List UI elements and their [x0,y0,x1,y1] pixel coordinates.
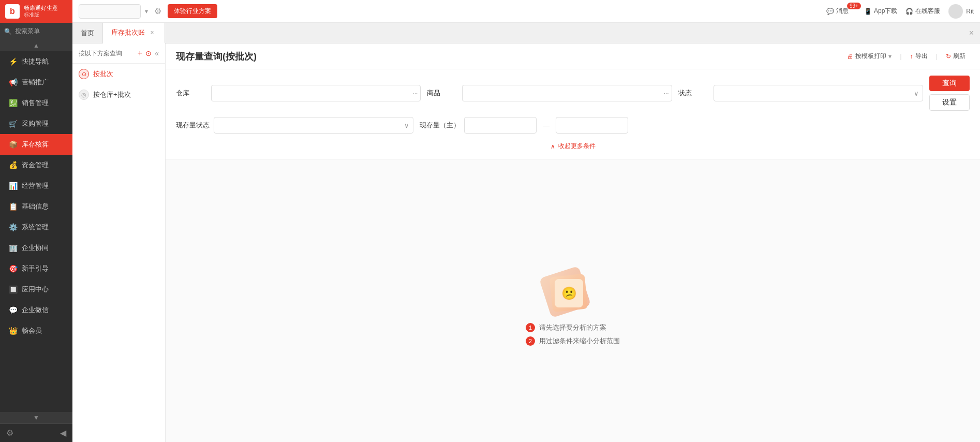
operation-icon: 📊 [8,181,18,190]
scroll-up-btn[interactable]: ▲ [0,40,72,51]
filter-warehouse: 仓库 ··· [176,85,421,101]
sidebar-item-system[interactable]: ⚙️ 系统管理 [0,217,72,238]
sidebar-item-purchase[interactable]: 🛒 采购管理 [0,113,72,134]
sidebar-item-label: 经营管理 [22,181,49,190]
username-label: Rit [966,8,974,15]
settings-btn[interactable]: 设置 [929,94,970,111]
topbar-dropdown-arrow[interactable]: ▾ [145,8,148,15]
sidebar-item-marketing[interactable]: 📢 营销推广 [0,72,72,93]
inventory-qty-min[interactable] [464,117,537,134]
page-title: 现存量查询(按批次) [176,50,257,63]
message-icon: 💬 [826,8,834,15]
page-content: 按以下方案查询 + ⊙ « ⊙ 按批次 ◎ 按仓库+批次 现存量查询(按批次) [72,43,980,442]
sidebar-footer: ⚙ ◀ [0,423,72,442]
sidebar-item-basic[interactable]: 📋 基础信息 [0,196,72,217]
goods-input[interactable] [462,85,672,101]
status-select[interactable] [714,85,923,101]
print-template-btn[interactable]: 🖨 按模板打印 ▾ [843,50,896,63]
sidebar-item-label: 企业协同 [22,243,49,253]
tip1-text: 请先选择要分析的方案 [539,323,606,332]
sidebar-nav: ⚡ 快捷导航 📢 营销推广 💹 销售管理 🛒 采购管理 📦 库存核算 💰 资金管… [0,51,72,412]
sidebar-header: b 畅康通好生意 标准版 [0,0,72,23]
status-label: 状态 [678,89,709,98]
finance-icon: 💰 [8,160,18,170]
service-icon: 🎧 [905,8,913,15]
inventory-status-select[interactable] [214,117,413,134]
sidebar-item-label: 企业微信 [22,305,49,315]
tab-home[interactable]: 首页 [72,23,103,43]
user-menu[interactable]: Rit [948,4,974,19]
sidebar-item-label: 新手引导 [22,264,49,273]
trial-btn[interactable]: 体验行业方案 [168,4,217,18]
warehouse-input-wrapper: ··· [211,85,421,101]
sidebar-item-finance[interactable]: 💰 资金管理 [0,155,72,175]
status-arrow: ∨ [914,90,919,97]
empty-state: 😕 1 请先选择要分析的方案 2 用过滤条件来缩小分析范围 [526,256,620,346]
goods-label: 商品 [427,89,458,98]
query-btn[interactable]: 查询 [929,76,970,91]
export-icon: ↑ [910,53,913,60]
collapse-panel-btn[interactable]: « [155,49,159,57]
left-panel-header: 按以下方案查询 + ⊙ « [72,43,165,64]
sidebar-item-newguide[interactable]: 🎯 新手引导 [0,258,72,279]
filter-row-1: 仓库 ··· 商品 ··· 状态 [176,76,970,111]
marketing-icon: 📢 [8,78,18,87]
topbar-search-area [79,4,141,19]
tab-batch-inventory[interactable]: 库存批次账 × [103,23,165,43]
tip2-num: 2 [526,336,535,346]
scheme-item-warehouse-batch[interactable]: ◎ 按仓库+批次 [72,84,165,105]
print-dropdown-arrow[interactable]: ▾ [888,53,892,60]
content-area: 😕 1 请先选择要分析的方案 2 用过滤条件来缩小分析范围 [166,159,980,442]
sidebar-item-enterprise[interactable]: 🏢 企业协同 [0,238,72,258]
online-service-btn[interactable]: 🎧 在线客服 [905,7,940,16]
tip1-num: 1 [526,323,535,332]
empty-tips: 1 请先选择要分析的方案 2 用过滤条件来缩小分析范围 [526,323,620,346]
sidebar-search[interactable]: 🔍 搜索菜单 [0,23,72,40]
empty-illustration: 😕 [542,256,604,313]
enterprise-icon: 🏢 [8,243,18,253]
filter-goods: 商品 ··· [427,85,672,101]
sidebar-item-inventory[interactable]: 📦 库存核算 [0,134,72,155]
warehouse-input[interactable] [211,85,421,101]
add-scheme-btn[interactable]: + [138,49,142,58]
sidebar-item-wechat[interactable]: 💬 企业微信 [0,300,72,320]
warehouse-more-btn[interactable]: ··· [412,90,418,97]
scheme-warehouse-icon: ◎ [79,90,89,100]
scheme-batch-label: 按批次 [93,69,113,79]
left-panel-actions: + ⊙ « [138,49,159,58]
settings-footer-icon[interactable]: ⚙ [6,428,13,438]
sidebar-item-label: 基础信息 [22,202,49,211]
app-version: 标准版 [24,11,58,19]
topbar-search-input[interactable] [79,4,141,19]
search-icon: 🔍 [4,28,12,35]
tab-close-btn[interactable]: × [148,28,156,37]
sidebar-item-member[interactable]: 👑 畅会员 [0,320,72,341]
close-all-tabs-btn[interactable]: × [963,28,980,38]
app-download-btn[interactable]: 📱 App下载 [864,7,897,16]
sidebar-item-label: 销售管理 [22,98,49,108]
scroll-down-btn[interactable]: ▼ [0,412,72,423]
inventory-qty-max[interactable] [556,117,628,134]
scheme-item-batch[interactable]: ⊙ 按批次 [72,64,165,84]
page-header: 现存量查询(按批次) 🖨 按模板打印 ▾ | ↑ 导出 | ↻ [166,43,980,69]
refresh-btn[interactable]: ↻ 刷新 [942,50,970,63]
empty-tip-2: 2 用过滤条件来缩小分析范围 [526,336,620,346]
sidebar-item-label: 库存核算 [22,140,49,149]
message-btn[interactable]: 💬 消息 99+ [826,7,856,16]
topbar-gear-icon[interactable]: ⚙ [152,6,164,16]
collapse-sidebar-icon[interactable]: ◀ [60,428,66,438]
inv-status-arrow: ∨ [404,122,409,129]
export-btn[interactable]: ↑ 导出 [906,50,932,63]
sidebar-item-operation[interactable]: 📊 经营管理 [0,175,72,196]
quicknav-icon: ⚡ [8,57,18,66]
sidebar-item-appcenter[interactable]: 🔲 应用中心 [0,279,72,300]
sidebar-item-quicknav[interactable]: ⚡ 快捷导航 [0,51,72,72]
sales-icon: 💹 [8,98,18,108]
scheme-settings-icon[interactable]: ⊙ [145,49,152,57]
sidebar-brand: 畅康通好生意 标准版 [24,4,58,19]
sidebar-item-sales[interactable]: 💹 销售管理 [0,93,72,113]
refresh-icon: ↻ [946,53,951,60]
collapse-filters-btn[interactable]: ∧ 收起更多条件 [176,140,970,153]
goods-more-btn[interactable]: ··· [664,90,669,97]
filter-row-2: 现存量状态 ∨ 现存量（主） — [176,117,970,134]
